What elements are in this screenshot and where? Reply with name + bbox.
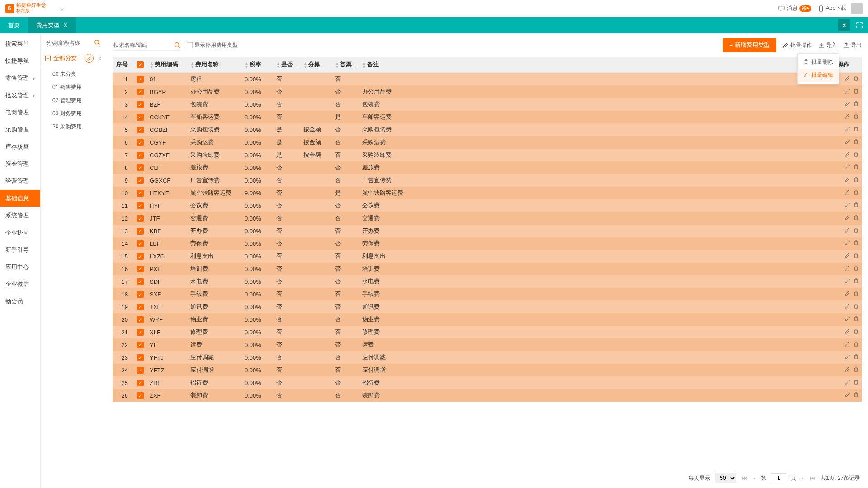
table-row[interactable]: 2BGYP办公用品费0.00%否否办公用品费 bbox=[113, 85, 862, 98]
row-delete-button[interactable] bbox=[853, 190, 859, 197]
user-avatar[interactable] bbox=[851, 3, 863, 14]
row-checkbox[interactable] bbox=[133, 376, 147, 389]
sidebar-item[interactable]: 企业协同 bbox=[0, 224, 40, 241]
row-delete-button[interactable] bbox=[853, 329, 859, 336]
row-delete-button[interactable] bbox=[853, 89, 859, 95]
prev-page-button[interactable]: ‹ bbox=[753, 475, 756, 481]
app-download-link[interactable]: App下载 bbox=[818, 5, 846, 12]
table-row[interactable]: 3BZF包装费0.00%否否包装费 bbox=[113, 98, 862, 111]
row-delete-button[interactable] bbox=[853, 114, 859, 121]
col-name[interactable]: ▲▼费用名称 bbox=[188, 57, 242, 73]
row-edit-button[interactable] bbox=[844, 266, 850, 272]
sidebar-item[interactable]: 应用中心 bbox=[0, 258, 40, 276]
row-edit-button[interactable] bbox=[844, 291, 850, 298]
table-row[interactable]: 9GGXCF广告宣传费0.00%否否广告宣传费 bbox=[113, 174, 862, 187]
row-delete-button[interactable] bbox=[853, 278, 859, 285]
sidebar-item[interactable]: 新手引导 bbox=[0, 241, 40, 258]
row-delete-button[interactable] bbox=[853, 304, 859, 310]
tree-item[interactable]: 03 财务费用 bbox=[41, 107, 106, 120]
row-checkbox[interactable] bbox=[133, 288, 147, 300]
table-row[interactable]: 13KBF开办费0.00%否否开办费 bbox=[113, 225, 862, 237]
row-checkbox[interactable] bbox=[133, 225, 147, 237]
row-delete-button[interactable] bbox=[853, 152, 859, 159]
row-edit-button[interactable] bbox=[844, 228, 850, 235]
show-disabled-checkbox[interactable]: 显示停用费用类型 bbox=[187, 42, 238, 49]
row-delete-button[interactable] bbox=[853, 291, 859, 298]
search-icon[interactable] bbox=[174, 42, 180, 49]
table-row[interactable]: 24YFTZ应付调增0.00%否否应付调增 bbox=[113, 364, 862, 376]
table-row[interactable]: 21XLF修理费0.00%否否修理费 bbox=[113, 326, 862, 338]
messages-link[interactable]: 消息 99+ bbox=[778, 5, 811, 12]
row-checkbox[interactable] bbox=[133, 98, 147, 111]
col-code[interactable]: ▲▼费用编码 bbox=[147, 57, 188, 73]
row-edit-button[interactable] bbox=[844, 114, 850, 121]
sidebar-item[interactable]: 零售管理▾ bbox=[0, 70, 40, 87]
row-checkbox[interactable] bbox=[133, 174, 147, 187]
fullscreen-button[interactable] bbox=[854, 19, 865, 31]
row-delete-button[interactable] bbox=[853, 342, 859, 348]
row-edit-button[interactable] bbox=[844, 164, 850, 171]
first-page-button[interactable]: ⏮ bbox=[741, 475, 748, 481]
table-row[interactable]: 14LBF劳保费0.00%否否劳保费 bbox=[113, 237, 862, 250]
row-checkbox[interactable] bbox=[133, 338, 147, 351]
row-checkbox[interactable] bbox=[133, 313, 147, 326]
row-checkbox[interactable] bbox=[133, 123, 147, 136]
row-edit-button[interactable] bbox=[844, 304, 850, 310]
sidebar-item[interactable]: 系统管理 bbox=[0, 207, 40, 224]
last-page-button[interactable]: ⏭ bbox=[809, 475, 816, 481]
row-delete-button[interactable] bbox=[853, 392, 859, 399]
row-checkbox[interactable] bbox=[133, 149, 147, 161]
row-edit-button[interactable] bbox=[844, 240, 850, 247]
table-row[interactable]: 101房租0.00%否否 bbox=[113, 73, 862, 86]
row-checkbox[interactable] bbox=[133, 364, 147, 376]
row-checkbox[interactable] bbox=[133, 73, 147, 86]
tab-close-icon[interactable]: ✕ bbox=[63, 22, 68, 28]
col-ticket[interactable]: ▲▼普票... bbox=[332, 57, 359, 73]
batch-ops-button[interactable]: 批量操作 批量删除 批量编辑 bbox=[783, 42, 812, 49]
row-checkbox[interactable] bbox=[133, 136, 147, 149]
row-edit-button[interactable] bbox=[844, 329, 850, 336]
add-expense-type-button[interactable]: + 新增费用类型 bbox=[723, 38, 776, 52]
row-delete-button[interactable] bbox=[853, 177, 859, 184]
export-button[interactable]: 导出 bbox=[843, 42, 862, 49]
table-row[interactable]: 16PXF培训费0.00%否否培训费 bbox=[113, 263, 862, 275]
row-edit-button[interactable] bbox=[844, 342, 850, 348]
col-rate[interactable]: ▲▼税率 bbox=[242, 57, 274, 73]
tab-expense-type[interactable]: 费用类型 ✕ bbox=[28, 17, 76, 33]
tree-panel-collapse-icon[interactable]: « bbox=[96, 55, 101, 61]
col-select-all[interactable] bbox=[133, 57, 147, 73]
table-row[interactable]: 5CGBZF采购包装费0.00%是按金额否采购包装费 bbox=[113, 123, 862, 136]
tree-collapse-icon[interactable]: − bbox=[45, 56, 51, 61]
row-delete-button[interactable] bbox=[853, 202, 859, 209]
sidebar-item[interactable]: 资金管理 bbox=[0, 155, 40, 173]
row-edit-button[interactable] bbox=[844, 380, 850, 386]
row-edit-button[interactable] bbox=[844, 253, 850, 260]
row-delete-button[interactable] bbox=[853, 228, 859, 235]
tree-item[interactable]: 00 未分类 bbox=[41, 68, 106, 81]
table-row[interactable]: 15LXZC利息支出0.00%否否利息支出 bbox=[113, 250, 862, 263]
row-edit-button[interactable] bbox=[844, 190, 850, 197]
row-delete-button[interactable] bbox=[853, 101, 859, 108]
row-edit-button[interactable] bbox=[844, 392, 850, 399]
row-checkbox[interactable] bbox=[133, 199, 147, 212]
col-index[interactable]: 序号 bbox=[113, 57, 133, 73]
row-delete-button[interactable] bbox=[853, 380, 859, 386]
row-edit-button[interactable] bbox=[844, 215, 850, 222]
row-delete-button[interactable] bbox=[853, 127, 859, 133]
table-row[interactable]: 23YFTJ应付调减0.00%否否应付调减 bbox=[113, 351, 862, 364]
row-delete-button[interactable] bbox=[853, 215, 859, 222]
search-icon[interactable] bbox=[94, 38, 100, 46]
table-row[interactable]: 19TXF通讯费0.00%否否通讯费 bbox=[113, 300, 862, 313]
tree-item[interactable]: 20 采购费用 bbox=[41, 120, 106, 133]
table-row[interactable]: 25ZDF招待费0.00%否否招待费 bbox=[113, 376, 862, 389]
tab-close-all-button[interactable]: ✕ bbox=[838, 19, 850, 31]
col-remark[interactable]: ▲▼备注 bbox=[359, 57, 826, 73]
sidebar-item[interactable]: 快捷导航 bbox=[0, 52, 40, 70]
row-checkbox[interactable] bbox=[133, 275, 147, 288]
row-delete-button[interactable] bbox=[853, 367, 859, 374]
row-checkbox[interactable] bbox=[133, 161, 147, 174]
row-checkbox[interactable] bbox=[133, 300, 147, 313]
col-is[interactable]: ▲▼是否... bbox=[274, 57, 301, 73]
table-row[interactable]: 11HYF会议费0.00%否否会议费 bbox=[113, 199, 862, 212]
row-checkbox[interactable] bbox=[133, 111, 147, 123]
